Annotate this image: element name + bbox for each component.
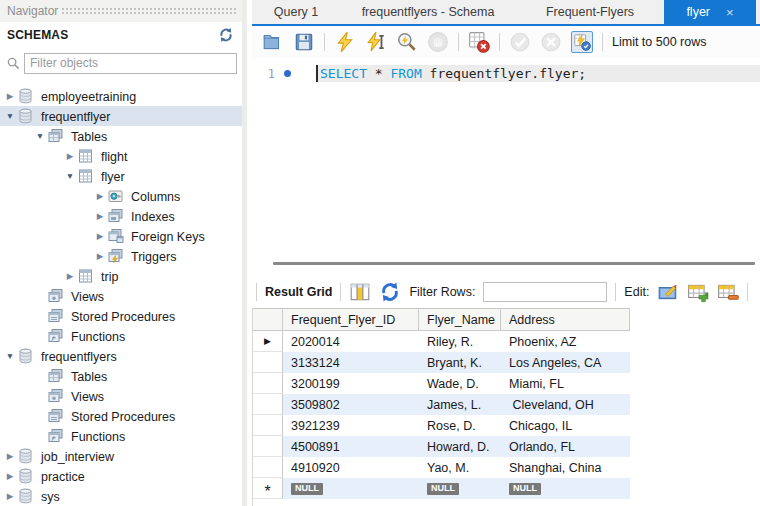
grid-cell[interactable]: 3133124 bbox=[283, 352, 419, 373]
tree-item-employeetraining[interactable]: ▶employeetraining bbox=[0, 86, 242, 106]
expand-expanded-icon[interactable]: ▼ bbox=[33, 131, 47, 141]
tree-item-views[interactable]: Views bbox=[0, 386, 242, 406]
execute-icon[interactable] bbox=[334, 31, 356, 53]
expand-collapsed-icon[interactable]: ▶ bbox=[93, 191, 107, 201]
grid-cell[interactable]: Phoenix, AZ bbox=[501, 331, 630, 352]
grid-cell[interactable]: Yao, M. bbox=[419, 457, 501, 478]
execute-current-icon[interactable] bbox=[365, 31, 387, 53]
expand-collapsed-icon[interactable]: ▶ bbox=[93, 231, 107, 241]
grid-cell[interactable]: Rose, D. bbox=[419, 415, 501, 436]
tree-item-stored-procedures[interactable]: Stored Procedures bbox=[0, 306, 242, 326]
expand-collapsed-icon[interactable]: ▶ bbox=[3, 451, 17, 461]
limit-rows-select[interactable]: Limit to 500 rows bbox=[612, 35, 706, 49]
grid-cell[interactable]: Riley, R. bbox=[419, 331, 501, 352]
sql-statement[interactable]: SELECT * FROM frequentflyer.flyer; bbox=[316, 65, 760, 82]
expand-expanded-icon[interactable]: ▼ bbox=[3, 111, 17, 121]
grid-cell[interactable]: Cleveland, OH bbox=[501, 394, 630, 415]
tab-flyer[interactable]: flyer× bbox=[664, 0, 756, 24]
tree-item-frequentflyer[interactable]: ▼frequentflyer bbox=[0, 106, 242, 126]
tree-item-trip[interactable]: ▶trip bbox=[0, 266, 242, 286]
tree-item-frequentflyers[interactable]: ▼frequentflyers bbox=[0, 346, 242, 366]
column-header-flyer-name[interactable]: Flyer_Name bbox=[419, 308, 501, 331]
tree-item-flyer[interactable]: ▼flyer bbox=[0, 166, 242, 186]
tree-item-indexes[interactable]: ▶Indexes bbox=[0, 206, 242, 226]
table-row[interactable]: 3921239Rose, D.Chicago, IL bbox=[253, 415, 760, 436]
grid-cell[interactable]: 4910920 bbox=[283, 457, 419, 478]
expand-expanded-icon[interactable]: ▼ bbox=[63, 171, 77, 181]
insert-row-icon[interactable] bbox=[687, 281, 709, 303]
column-header-address[interactable]: Address bbox=[501, 308, 630, 331]
tree-item-foreign-keys[interactable]: ▶Foreign Keys bbox=[0, 226, 242, 246]
insert-row[interactable]: *NULLNULLNULL bbox=[253, 478, 760, 499]
expand-collapsed-icon[interactable]: ▶ bbox=[93, 251, 107, 261]
schema-filter-input[interactable] bbox=[24, 53, 237, 74]
tree-item-triggers[interactable]: ▶Triggers bbox=[0, 246, 242, 266]
save-script-icon[interactable] bbox=[293, 31, 315, 53]
tree-item-stored-procedures[interactable]: Stored Procedures bbox=[0, 406, 242, 426]
open-script-icon[interactable] bbox=[262, 31, 284, 53]
expand-collapsed-icon[interactable]: ▶ bbox=[3, 471, 17, 481]
expand-collapsed-icon[interactable]: ▶ bbox=[63, 271, 77, 281]
grid-cell[interactable]: 2020014 bbox=[283, 331, 419, 352]
grid-cell[interactable]: James, L. bbox=[419, 394, 501, 415]
filter-rows-input[interactable] bbox=[483, 282, 607, 302]
grid-cell[interactable]: Chicago, IL bbox=[501, 415, 630, 436]
grid-cell[interactable]: Miami, FL bbox=[501, 373, 630, 394]
tree-item-job-interview[interactable]: ▶job_interview bbox=[0, 446, 242, 466]
expand-expanded-icon[interactable]: ▼ bbox=[3, 351, 17, 361]
editor-results-splitter[interactable] bbox=[273, 262, 755, 265]
tree-item-practice[interactable]: ▶practice bbox=[0, 466, 242, 486]
table-row[interactable]: 3133124Bryant, K.Los Angeles, CA bbox=[253, 352, 760, 373]
tree-item-flight[interactable]: ▶flight bbox=[0, 146, 242, 166]
tab-query-1[interactable]: Query 1 bbox=[252, 0, 340, 24]
grid-cell[interactable]: 3200199 bbox=[283, 373, 419, 394]
table-row[interactable]: ▶2020014Riley, R.Phoenix, AZ bbox=[253, 331, 760, 352]
edit-record-icon[interactable] bbox=[657, 281, 679, 303]
tree-item-views[interactable]: Views bbox=[0, 286, 242, 306]
expand-collapsed-icon[interactable]: ▶ bbox=[63, 151, 77, 161]
grid-cell[interactable]: Los Angeles, CA bbox=[501, 352, 630, 373]
table-row[interactable]: 4910920Yao, M.Shanghai, China bbox=[253, 457, 760, 478]
grid-cell[interactable]: 3921239 bbox=[283, 415, 419, 436]
foreign-keys-icon bbox=[107, 228, 124, 244]
tree-item-label: Tables bbox=[71, 129, 107, 144]
grid-cell[interactable]: NULL bbox=[283, 478, 419, 499]
grid-columns-icon[interactable] bbox=[349, 281, 371, 303]
expand-collapsed-icon[interactable]: ▶ bbox=[93, 211, 107, 221]
grid-cell[interactable]: Shanghai, China bbox=[501, 457, 630, 478]
close-tab-icon[interactable]: × bbox=[726, 6, 734, 19]
grid-cell[interactable]: 4500891 bbox=[283, 436, 419, 457]
commit-icon[interactable] bbox=[509, 31, 531, 53]
grid-cell[interactable]: Wade, D. bbox=[419, 373, 501, 394]
explain-icon[interactable] bbox=[396, 31, 418, 53]
grid-cell[interactable]: Bryant, K. bbox=[419, 352, 501, 373]
table-row[interactable]: 4500891Howard, D.Orlando, FL bbox=[253, 436, 760, 457]
grid-cell[interactable]: NULL bbox=[501, 478, 630, 499]
sql-editor[interactable]: 1 SELECT * FROM frequentflyer.flyer; bbox=[252, 58, 760, 262]
tree-item-sys[interactable]: ▶sys bbox=[0, 486, 242, 506]
tree-item-tables[interactable]: ▼Tables bbox=[0, 126, 242, 146]
navigator-title: Navigator bbox=[7, 4, 58, 18]
grid-cell[interactable]: 3509802 bbox=[283, 394, 419, 415]
stop-icon[interactable] bbox=[427, 31, 449, 53]
tree-item-functions[interactable]: Functions bbox=[0, 426, 242, 446]
table-row[interactable]: 3200199Wade, D.Miami, FL bbox=[253, 373, 760, 394]
refresh-icon[interactable] bbox=[379, 281, 401, 303]
tab-frequentflyers-schema[interactable]: frequentflyers - Schema bbox=[340, 0, 516, 24]
grid-cell[interactable]: NULL bbox=[419, 478, 501, 499]
grid-cell[interactable]: Orlando, FL bbox=[501, 436, 630, 457]
autocommit-icon[interactable] bbox=[571, 31, 593, 53]
grid-cell[interactable]: Howard, D. bbox=[419, 436, 501, 457]
stop-on-error-icon[interactable] bbox=[468, 31, 490, 53]
tree-item-columns[interactable]: ▶Columns bbox=[0, 186, 242, 206]
expand-collapsed-icon[interactable]: ▶ bbox=[3, 491, 17, 501]
column-header-frequent-flyer-id[interactable]: Frequent_Flyer_ID bbox=[283, 308, 419, 331]
delete-row-icon[interactable] bbox=[717, 281, 739, 303]
tree-item-tables[interactable]: Tables bbox=[0, 366, 242, 386]
rollback-icon[interactable] bbox=[540, 31, 562, 53]
expand-collapsed-icon[interactable]: ▶ bbox=[3, 91, 17, 101]
table-row[interactable]: 3509802James, L. Cleveland, OH bbox=[253, 394, 760, 415]
tab-frequent-flyers[interactable]: Frequent-Flyers bbox=[516, 0, 664, 24]
tree-item-functions[interactable]: Functions bbox=[0, 326, 242, 346]
refresh-schemas-icon[interactable] bbox=[218, 27, 234, 43]
